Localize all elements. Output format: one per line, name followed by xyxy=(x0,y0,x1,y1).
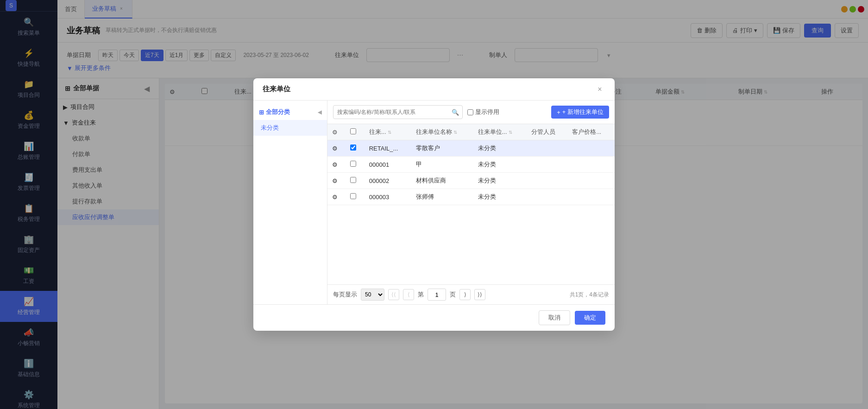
row-manager xyxy=(527,157,567,173)
plus-icon: + xyxy=(557,109,560,116)
row-code: 000002 xyxy=(365,173,411,189)
page-size-select[interactable]: 50 20 100 xyxy=(361,289,384,301)
row-price xyxy=(567,173,615,189)
row-price xyxy=(567,140,615,157)
new-counterpart-btn[interactable]: + + 新增往来单位 xyxy=(551,106,609,119)
row-price xyxy=(567,189,615,205)
dialog-body: ⊞ 全部分类 ◀ 未分类 🔍 显示停用 xyxy=(253,101,615,304)
total-info: 共1页，4条记录 xyxy=(570,291,609,299)
dialog-left-item-unclassified[interactable]: 未分类 xyxy=(253,120,327,136)
row-checkbox[interactable] xyxy=(346,173,364,189)
row-name: 零散客户 xyxy=(411,140,473,157)
dialog-col-name: 往来单位名称 ⇅ xyxy=(411,124,473,140)
dialog-col-category: 往来单位... ⇅ xyxy=(473,124,527,140)
row-checkbox[interactable] xyxy=(346,157,364,173)
dialog-search-input[interactable] xyxy=(333,105,463,119)
page-prev-btn[interactable]: ⟨ xyxy=(403,289,414,300)
dialog-left-header: ⊞ 全部分类 ◀ xyxy=(253,104,327,120)
search-icon: 🔍 xyxy=(452,109,459,116)
dialog-col-settings: ⚙ xyxy=(327,124,346,140)
dialog-col-price: 客户价格... xyxy=(567,124,615,140)
row-name: 材料供应商 xyxy=(411,173,473,189)
row-settings: ⚙ xyxy=(327,157,346,173)
dialog-table-wrap: ⚙ 往来... ⇅ 往来单位名称 ⇅ 往来单位... ⇅ 分管人员 客户价格..… xyxy=(327,124,615,284)
table-row[interactable]: ⚙ RETAIL_... 零散客户 未分类 xyxy=(327,140,615,157)
row-code: RETAIL_... xyxy=(365,140,411,157)
dialog-confirm-btn[interactable]: 确定 xyxy=(575,311,605,325)
row-settings: ⚙ xyxy=(327,189,346,205)
dialog-search-wrap: 🔍 xyxy=(333,105,463,119)
row-manager xyxy=(527,140,567,157)
dialog-left-panel: ⊞ 全部分类 ◀ 未分类 xyxy=(253,101,327,304)
row-price xyxy=(567,157,615,173)
row-category: 未分类 xyxy=(473,189,527,205)
dialog-close-btn[interactable]: × xyxy=(594,84,605,95)
table-row[interactable]: ⚙ 000001 甲 未分类 xyxy=(327,157,615,173)
grid-icon-dialog: ⊞ xyxy=(259,109,264,116)
dialog-actions: 取消 确定 xyxy=(253,304,615,331)
page-input[interactable] xyxy=(428,289,446,301)
dialog-pagination: 每页显示 50 20 100 ⟨⟨ ⟨ 第 页 ⟩ ⟩⟩ 共1页，4条记录 xyxy=(327,284,615,304)
row-category: 未分类 xyxy=(473,173,527,189)
dialog-toolbar: 🔍 显示停用 + + 新增往来单位 xyxy=(327,101,615,124)
dialog-table: ⚙ 往来... ⇅ 往来单位名称 ⇅ 往来单位... ⇅ 分管人员 客户价格..… xyxy=(327,124,615,205)
modal-overlay: 往来单位 × ⊞ 全部分类 ◀ 未分类 🔍 xyxy=(0,0,868,409)
row-code: 000003 xyxy=(365,189,411,205)
row-checkbox[interactable] xyxy=(346,140,364,157)
row-checkbox[interactable] xyxy=(346,189,364,205)
page-last-btn[interactable]: ⟩⟩ xyxy=(474,289,485,300)
dialog-col-check xyxy=(346,124,364,140)
show-inactive-label: 显示停用 xyxy=(467,108,499,116)
page-first-btn[interactable]: ⟨⟨ xyxy=(388,289,399,300)
dialog-cancel-btn[interactable]: 取消 xyxy=(539,310,570,325)
table-row[interactable]: ⚙ 000003 张师傅 未分类 xyxy=(327,189,615,205)
row-manager xyxy=(527,189,567,205)
row-category: 未分类 xyxy=(473,140,527,157)
dialog-select-all[interactable] xyxy=(350,128,356,134)
row-name: 甲 xyxy=(411,157,473,173)
dialog-title: 往来单位 xyxy=(263,85,290,94)
dialog-counterpart: 往来单位 × ⊞ 全部分类 ◀ 未分类 🔍 xyxy=(253,78,615,331)
table-row[interactable]: ⚙ 000002 材料供应商 未分类 xyxy=(327,173,615,189)
dialog-col-code: 往来... ⇅ xyxy=(365,124,411,140)
dialog-left-toggle[interactable]: ◀ xyxy=(318,109,321,115)
row-name: 张师傅 xyxy=(411,189,473,205)
dialog-header: 往来单位 × xyxy=(253,78,615,101)
page-next-btn[interactable]: ⟩ xyxy=(459,289,471,300)
row-settings: ⚙ xyxy=(327,173,346,189)
dialog-right-panel: 🔍 显示停用 + + 新增往来单位 ⚙ xyxy=(327,101,615,304)
dialog-col-manager: 分管人员 xyxy=(527,124,567,140)
row-settings: ⚙ xyxy=(327,140,346,157)
row-category: 未分类 xyxy=(473,157,527,173)
show-inactive-checkbox[interactable] xyxy=(467,109,473,115)
row-code: 000001 xyxy=(365,157,411,173)
row-manager xyxy=(527,173,567,189)
